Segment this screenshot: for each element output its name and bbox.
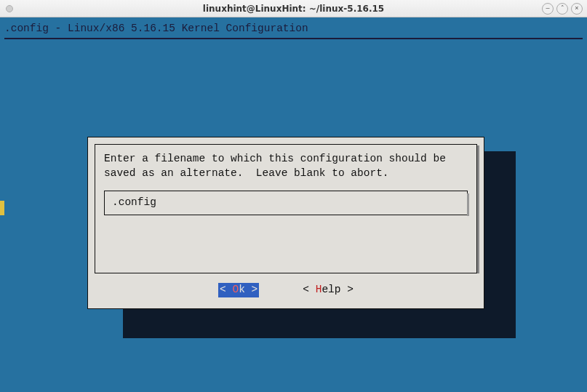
dialog-divider (95, 273, 477, 273)
help-button[interactable]: < Help > (303, 283, 354, 297)
window-title: linuxhint@LinuxHint: ~/linux-5.16.15 (203, 4, 384, 14)
window-controls: – ˄ × (542, 3, 583, 15)
save-config-dialog: Enter a filename to which this configura… (87, 137, 484, 309)
cursor-edge-indicator (0, 201, 4, 215)
filename-input[interactable]: .config (104, 191, 468, 215)
dialog-content: Enter a filename to which this configura… (95, 144, 477, 273)
window-titlebar: linuxhint@LinuxHint: ~/linux-5.16.15 – ˄… (0, 0, 587, 17)
dialog-inner-shadow (477, 145, 479, 273)
dialog-prompt-text: Enter a filename to which this configura… (104, 152, 468, 180)
title-underline (4, 38, 583, 39)
filename-input-value: .config (112, 196, 156, 208)
dialog-button-row: < Ok > < Help > (88, 279, 484, 301)
ok-button[interactable]: < Ok > (218, 283, 259, 297)
terminal-area: .config - Linux/x86 5.16.15 Kernel Confi… (0, 17, 587, 392)
close-button[interactable]: × (571, 3, 583, 15)
input-shadow (467, 193, 469, 216)
minimize-button[interactable]: – (542, 3, 554, 15)
maximize-button[interactable]: ˄ (556, 3, 568, 15)
window-menu-icon[interactable] (6, 5, 13, 12)
config-title: .config - Linux/x86 5.16.15 Kernel Confi… (0, 17, 587, 38)
